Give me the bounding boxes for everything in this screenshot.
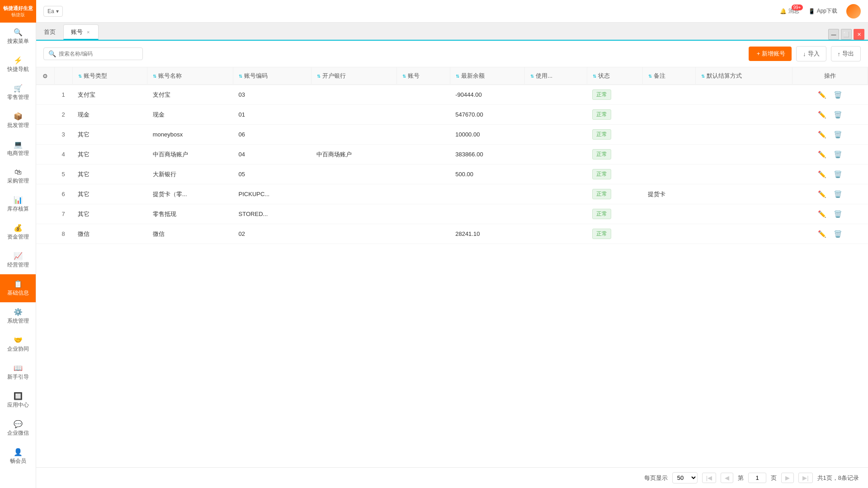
import-button[interactable]: ↓ 导入 [796,46,826,61]
delete-btn[interactable]: 🗑️ [831,90,845,100]
sidebar-item-ops-mgmt[interactable]: 📈 经营管理 [0,246,36,274]
row-notes [642,125,695,145]
page-number-input[interactable] [748,473,766,483]
ecom-mgmt-icon: 💻 [14,140,23,149]
sidebar-item-enterprise-agreement[interactable]: 🤝 企业协同 [0,330,36,358]
sidebar-item-quick-nav[interactable]: ⚡ 快捷导航 [0,51,36,79]
col-default-settlement[interactable]: ⇅默认结算方式 [695,67,792,85]
col-account-name[interactable]: ⇅账号名称 [147,67,233,85]
tab-account-label: 账号 [71,28,83,36]
window-minimize-btn[interactable]: — [828,29,839,40]
row-account-type: 支付宝 [72,85,147,105]
inventory-icon: 📊 [14,196,23,204]
user-avatar[interactable] [846,4,861,19]
row-action: ✏️ 🗑️ [793,145,868,164]
search-input[interactable] [59,51,138,57]
search-box[interactable]: 🔍 [43,47,143,60]
row-account-name: moneybosx [147,125,233,145]
tab-home[interactable]: 首页 [36,24,63,40]
retail-mgmt-icon: 🛒 [14,84,23,93]
col-settings[interactable]: ⚙ [36,67,54,85]
page-size-select[interactable]: 50 100 200 [672,472,698,483]
notification-badge-count: 99+ [792,5,803,10]
sidebar-item-newbie-guide[interactable]: 📖 新手引导 [0,358,36,386]
window-close-btn[interactable]: ✕ [854,29,864,40]
table-row: 1 支付宝 支付宝 03 -90444.00 正常 ✏️ 🗑️ [36,85,868,105]
delete-btn[interactable]: 🗑️ [831,189,845,199]
company-dropdown[interactable]: Ea ▾ [43,6,63,17]
col-account-code[interactable]: ⇅账号编码 [233,67,311,85]
row-bank [311,204,397,224]
tab-bar: 首页 账号 × — ⬜ ✕ [36,23,868,41]
delete-btn[interactable]: 🗑️ [831,229,845,239]
col-account-no[interactable]: ⇅账号 [397,67,450,85]
row-latest-balance [450,204,525,224]
row-default-settlement [695,204,792,224]
col-latest-balance[interactable]: ⇅最新余额 [450,67,525,85]
edit-btn[interactable]: ✏️ [815,229,829,239]
sidebar-item-wholesale-mgmt[interactable]: 📦 批发管理 [0,107,36,135]
edit-btn[interactable]: ✏️ [815,130,829,140]
col-action: 操作 [793,67,868,85]
sidebar-item-basic-info[interactable]: 📋 基础信息 [0,274,36,302]
tab-close-icon[interactable]: × [85,29,91,35]
col-usage[interactable]: ⇅使用... [525,67,587,85]
delete-btn[interactable]: 🗑️ [831,110,845,120]
edit-btn[interactable]: ✏️ [815,209,829,219]
notification-btn[interactable]: 🔔 消息 99+ [780,7,799,15]
page-next-btn[interactable]: ▶ [781,473,794,483]
sidebar-item-finance-mgmt[interactable]: 💰 资金管理 [0,218,36,246]
sidebar-item-sys-mgmt[interactable]: ⚙️ 系统管理 [0,302,36,330]
window-restore-btn[interactable]: ⬜ [841,29,852,40]
col-status[interactable]: ⇅状态 [587,67,642,85]
sidebar-item-ecom-mgmt[interactable]: 💻 电商管理 [0,135,36,163]
row-latest-balance: 500.00 [450,164,525,184]
row-default-settlement [695,224,792,244]
page-last-btn[interactable]: ▶| [798,473,812,483]
row-account-code: PICKUPC... [233,184,311,204]
sidebar-item-label: 畅会员 [10,457,26,465]
delete-btn[interactable]: 🗑️ [831,209,845,219]
edit-btn[interactable]: ✏️ [815,90,829,100]
edit-btn[interactable]: ✏️ [815,150,829,160]
row-account-type: 其它 [72,145,147,164]
table-row: 3 其它 moneybosx 06 10000.00 正常 ✏️ 🗑️ [36,125,868,145]
quick-nav-icon: ⚡ [14,56,23,65]
logo-sub: 畅捷版 [11,12,25,18]
row-notes [642,85,695,105]
row-usage [525,204,587,224]
row-seq: 6 [54,184,72,204]
search-menu-icon: 🔍 [14,28,23,37]
sidebar-item-search-menu[interactable]: 🔍 搜索菜单 [0,23,36,51]
col-notes[interactable]: ⇅备注 [642,67,695,85]
page-first-btn[interactable]: |◀ [702,473,716,483]
edit-btn[interactable]: ✏️ [815,169,829,179]
table-row: 4 其它 中百商场账户 04 中百商场账户 383866.00 正常 ✏️ 🗑️ [36,145,868,164]
row-bank [311,224,397,244]
app-download-btn[interactable]: 📱 App下载 [808,7,837,15]
sidebar-item-enterprise-wechat[interactable]: 💬 企业微信 [0,414,36,442]
tab-account[interactable]: 账号 × [63,24,99,40]
col-bank[interactable]: ⇅开户银行 [311,67,397,85]
col-account-type[interactable]: ⇅账号类型 [72,67,147,85]
sidebar-item-purchase-mgmt[interactable]: 🛍 采购管理 [0,163,36,190]
delete-btn[interactable]: 🗑️ [831,169,845,179]
app-download-label: App下载 [817,7,837,15]
page-prev-btn[interactable]: ◀ [721,473,733,483]
row-status: 正常 [587,184,642,204]
export-button[interactable]: ↑ 导出 [831,46,861,61]
sidebar-item-retail-mgmt[interactable]: 🛒 零售管理 [0,79,36,107]
row-status: 正常 [587,125,642,145]
delete-btn[interactable]: 🗑️ [831,130,845,140]
row-account-type: 其它 [72,204,147,224]
sidebar-item-member[interactable]: 👤 畅会员 [0,442,36,470]
edit-btn[interactable]: ✏️ [815,189,829,199]
sidebar-item-app-center[interactable]: 🔲 应用中心 [0,386,36,414]
row-account-no [397,85,450,105]
edit-btn[interactable]: ✏️ [815,110,829,120]
delete-btn[interactable]: 🗑️ [831,150,845,160]
page-size-label: 每页显示 [644,474,668,482]
add-account-button[interactable]: + 新增账号 [749,47,792,61]
sidebar-item-inventory[interactable]: 📊 库存核算 [0,190,36,218]
row-notes [642,164,695,184]
